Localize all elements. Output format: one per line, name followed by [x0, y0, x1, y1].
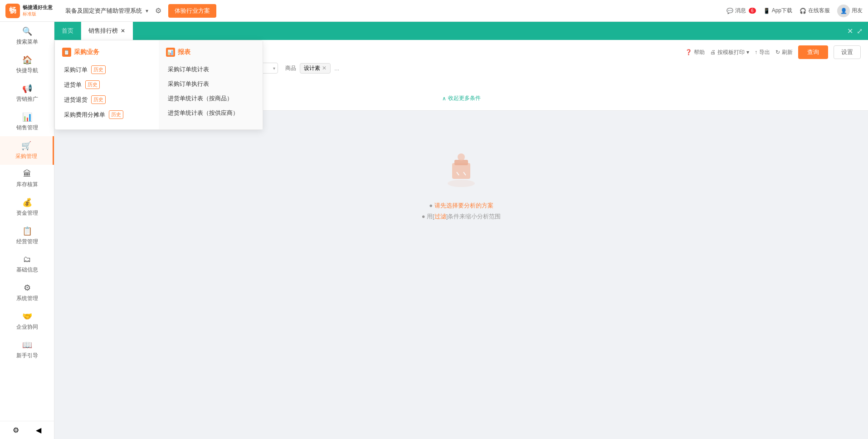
- message-icon: 💬: [727, 8, 733, 14]
- coop-icon: 🤝: [22, 311, 32, 321]
- message-label: 消息: [735, 7, 746, 15]
- export-label: 导出: [759, 49, 770, 56]
- sidebar-collapse-btn[interactable]: ◀: [36, 426, 41, 434]
- sidebar-item-inventory[interactable]: 🏛 库存核算: [0, 165, 54, 193]
- tab-bar-right: ✕ ⤢: [847, 27, 868, 35]
- dropdown-item-goods-receipt[interactable]: 进货单 历史: [62, 77, 151, 92]
- phone-icon: 📱: [763, 8, 770, 14]
- dropdown-label-receipt-by-supplier: 进货单统计表（按供应商）: [168, 109, 239, 117]
- dropdown-item-receipt-by-supplier[interactable]: 进货单统计表（按供应商）: [166, 106, 255, 120]
- user-label: 用友: [852, 7, 863, 15]
- help-icon: ❓: [685, 49, 692, 55]
- logo-line2: 标准版: [23, 11, 53, 17]
- message-action[interactable]: 💬 消息 6: [727, 7, 756, 15]
- sidebar-item-search[interactable]: 🔍 搜索菜单: [0, 22, 54, 50]
- tab-close-icon[interactable]: ✕: [121, 28, 125, 34]
- settings-button[interactable]: 设置: [834, 45, 861, 59]
- industry-btn[interactable]: 体验行业方案: [168, 4, 216, 18]
- export-action[interactable]: ↑ 导出: [755, 49, 770, 56]
- tab-sales-ranking-label: 销售排行榜: [88, 27, 118, 35]
- help-action[interactable]: ❓ 帮助: [685, 49, 705, 56]
- goods-label: 商品: [285, 64, 296, 72]
- service-label: 在线客服: [808, 7, 830, 15]
- dropdown-item-order-exec[interactable]: 采购订单执行表: [166, 77, 255, 91]
- sidebar-label-search: 搜索菜单: [16, 38, 38, 46]
- chevron-up-icon: ∧: [442, 95, 446, 102]
- print-action[interactable]: 🖨 按模板打印 ▾: [710, 49, 749, 56]
- sidebar-item-sales[interactable]: 📊 销售管理: [0, 108, 54, 136]
- header-right: 💬 消息 6 📱 App下载 🎧 在线客服 👤 用友: [727, 5, 863, 17]
- operations-icon: 📋: [22, 226, 32, 236]
- sidebar-label-basic-info: 基础信息: [16, 266, 38, 274]
- report-title-icon: 📊: [166, 48, 175, 57]
- refresh-icon: ↻: [775, 49, 780, 55]
- tab-close-all-icon[interactable]: ✕: [847, 27, 853, 35]
- collapse-label: 收起更多条件: [448, 94, 481, 102]
- dropdown-item-expense[interactable]: 采购费用分摊单 历史: [62, 107, 151, 122]
- sidebar-label-home: 快捷导航: [16, 67, 38, 74]
- info-icon: 🗂: [23, 255, 31, 264]
- export-icon: ↑: [755, 49, 757, 55]
- dropdown-item-order-stat[interactable]: 采购订单统计表: [166, 62, 255, 77]
- business-title-icon: 📋: [62, 48, 71, 57]
- goods-dots[interactable]: ...: [334, 65, 339, 72]
- sidebar-item-basic-info[interactable]: 🗂 基础信息: [0, 250, 54, 278]
- settings-gear-btn[interactable]: ⚙: [152, 5, 165, 17]
- dropdown-label-order-exec: 采购订单执行表: [168, 80, 209, 88]
- goods-filter: 商品 设计素 ✕ ...: [285, 63, 339, 74]
- sidebar-item-cooperation[interactable]: 🤝 企业协同: [0, 307, 54, 335]
- goods-tag: 设计素 ✕: [300, 63, 331, 74]
- system-title: 装备及固定资产辅助管理系统: [65, 7, 142, 15]
- search-icon: 🔍: [22, 26, 32, 36]
- purchase-dropdown-menu: 📋 采购业务 采购订单 历史 进货单 历史 进货退货 历史 采购费用分摊单 历史…: [54, 40, 263, 130]
- help-label: 帮助: [694, 49, 705, 56]
- goods-tag-close[interactable]: ✕: [322, 65, 327, 71]
- app-download-action[interactable]: 📱 App下载: [763, 7, 792, 15]
- sidebar-label-finance: 资金管理: [16, 209, 38, 217]
- dropdown-label-receipt-by-goods: 进货单统计表（按商品）: [168, 94, 233, 103]
- logo-area: 畅 畅捷通好生意 标准版: [5, 4, 60, 18]
- sidebar-item-system[interactable]: ⚙ 系统管理: [0, 278, 54, 307]
- hist-badge-0: 历史: [91, 65, 106, 74]
- print-icon: 🖨: [710, 49, 716, 55]
- tab-sales-ranking[interactable]: 销售排行榜 ✕: [81, 22, 133, 40]
- svg-rect-1: [452, 163, 470, 179]
- sidebar-item-operations[interactable]: 📋 经营管理: [0, 222, 54, 250]
- system-dropdown-btn[interactable]: ▾: [146, 8, 148, 14]
- business-title-text: 采购业务: [74, 48, 99, 56]
- user-action[interactable]: 👤 用友: [837, 5, 863, 17]
- dropdown-item-return[interactable]: 进货退货 历史: [62, 92, 151, 107]
- empty-hint-1: ● 请先选择要分析的方案: [429, 202, 493, 210]
- dropdown-label-goods-receipt: 进货单: [64, 81, 82, 89]
- query-button[interactable]: 查询: [798, 45, 828, 59]
- message-badge: 6: [749, 8, 756, 14]
- dropdown-col-report: 📊 报表 采购订单统计表 采购订单执行表 进货单统计表（按商品） 进货单统计表（…: [159, 40, 263, 129]
- sidebar-settings-btn[interactable]: ⚙: [13, 426, 19, 434]
- report-title-text: 报表: [178, 48, 190, 56]
- sidebar-item-purchase[interactable]: 🛒 采购管理: [0, 136, 54, 165]
- inventory-icon: 🏛: [23, 169, 31, 179]
- sidebar-label-cooperation: 企业协同: [16, 323, 38, 331]
- logo-text: 畅捷通好生意 标准版: [23, 4, 53, 17]
- dropdown-item-purchase-order[interactable]: 采购订单 历史: [62, 62, 151, 77]
- top-header: 畅 畅捷通好生意 标准版 装备及固定资产辅助管理系统 ▾ ⚙ 体验行业方案 💬 …: [0, 0, 868, 22]
- sidebar-item-home[interactable]: 🏠 快捷导航: [0, 50, 54, 79]
- sidebar-label-marketing: 营销推广: [16, 95, 38, 103]
- hist-badge-3: 历史: [109, 110, 123, 119]
- refresh-action[interactable]: ↻ 刷新: [775, 49, 793, 56]
- dropdown-label-order-stat: 采购订单统计表: [168, 65, 209, 74]
- empty-state: ● 请先选择要分析的方案 ● 用[过滤]条件来缩小分析范围: [54, 111, 868, 260]
- service-action[interactable]: 🎧 在线客服: [800, 7, 830, 15]
- sidebar-item-guide[interactable]: 📖 新手引导: [0, 335, 54, 364]
- tab-home-label: 首页: [62, 27, 73, 35]
- guide-icon: 📖: [22, 340, 32, 350]
- dropdown-item-receipt-by-goods[interactable]: 进货单统计表（按商品）: [166, 91, 255, 106]
- logo-icon: 畅: [5, 4, 20, 18]
- tab-expand-icon[interactable]: ⤢: [857, 27, 863, 35]
- empty-hint-2: ● 用[过滤]条件来缩小分析范围: [422, 212, 501, 221]
- sales-icon: 📊: [22, 112, 32, 122]
- tab-home[interactable]: 首页: [54, 22, 81, 40]
- sidebar-item-finance[interactable]: 💰 资金管理: [0, 193, 54, 222]
- sidebar-item-marketing[interactable]: 📢 营销推广: [0, 79, 54, 108]
- hist-badge-2: 历史: [91, 95, 106, 104]
